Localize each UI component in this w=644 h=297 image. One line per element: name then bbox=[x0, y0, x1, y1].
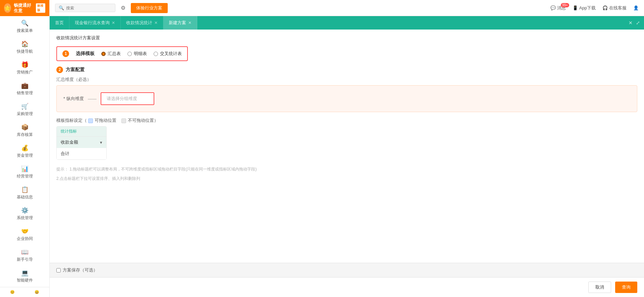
sidebar-item-search-menu[interactable]: 🔍 搜索菜单 bbox=[0, 16, 49, 37]
sidebar-item-label: 资金管理 bbox=[17, 153, 33, 158]
trial-button[interactable]: 体验行业方案 bbox=[131, 3, 168, 13]
sidebar-item-guide[interactable]: 📖 新手引导 bbox=[0, 245, 49, 266]
sidebar-item-purchase[interactable]: 🛒 采购管理 bbox=[0, 99, 49, 120]
cooperation-icon: 🤝 bbox=[21, 228, 29, 235]
radio-detail-input[interactable] bbox=[127, 52, 132, 56]
tab-bank-flow-close[interactable]: ✕ bbox=[112, 20, 115, 25]
radio-summary[interactable]: 汇总表 bbox=[101, 51, 121, 57]
finance-icon: 💰 bbox=[21, 144, 29, 152]
search-input[interactable] bbox=[66, 6, 106, 10]
sidebar-item-sales[interactable]: 💼 销售管理 bbox=[0, 79, 49, 99]
tab-receipt-stat[interactable]: 收款情况统计 ✕ bbox=[121, 16, 163, 30]
sidebar-item-operation[interactable]: 📊 经营管理 bbox=[0, 162, 49, 183]
radio-summary-input[interactable] bbox=[101, 52, 106, 56]
tab-receipt-stat-close[interactable]: ✕ bbox=[154, 20, 158, 25]
metrics-item[interactable]: 收款金额 ▾ bbox=[57, 137, 106, 148]
main-content: 🔍 ⚙ 体验行业方案 💬 消息 99+ 📱 App下载 🎧 在线客服 👤 bbox=[50, 0, 644, 297]
query-button[interactable]: 查询 bbox=[615, 282, 637, 293]
metrics-header: 统计指标 bbox=[57, 127, 106, 137]
chevron-down-icon[interactable]: ▾ bbox=[100, 140, 102, 145]
header-right: 💬 消息 99+ 📱 App下载 🎧 在线客服 👤 bbox=[550, 5, 639, 11]
sidebar-avatar2[interactable]: 😀 bbox=[35, 290, 39, 294]
save-checkbox-label[interactable]: 方案保存（可选） bbox=[56, 267, 98, 273]
message-button[interactable]: 💬 消息 99+ bbox=[550, 5, 566, 11]
settings-icon[interactable]: ⚙ bbox=[121, 5, 125, 11]
sidebar-item-cooperation[interactable]: 🤝 企业协同 bbox=[0, 224, 49, 245]
dimension-area: * 纵向维度 —— 请选择分组维度 bbox=[56, 85, 637, 112]
search-menu-icon: 🔍 bbox=[21, 19, 29, 27]
app-download-button[interactable]: 📱 App下载 bbox=[573, 5, 596, 11]
metrics-total-row: 合计 bbox=[57, 148, 106, 159]
logo-title: 畅捷通好生意 bbox=[14, 3, 33, 13]
header-search-box[interactable]: 🔍 bbox=[55, 4, 115, 12]
purchase-icon: 🛒 bbox=[21, 103, 29, 110]
tip2: 2.点击标题栏下拉可设置排序、插入列和删除列 bbox=[56, 175, 637, 183]
action-bar: 取消 查询 bbox=[50, 277, 644, 297]
download-label: App下载 bbox=[579, 5, 596, 11]
sidebar-item-label: 快捷导航 bbox=[17, 49, 33, 54]
user-avatar[interactable]: 👤 bbox=[633, 5, 639, 10]
metrics-section: 模板指标设定（ 可拖动位置 不可拖动位置） 统计指标 收款金额 ▾ 合 bbox=[56, 117, 637, 160]
sidebar-avatar1[interactable]: 😊 bbox=[10, 290, 15, 294]
radio-detail[interactable]: 明细表 bbox=[127, 51, 147, 57]
tab-home-label: 首页 bbox=[55, 20, 64, 26]
sidebar-item-inventory[interactable]: 📦 库存核算 bbox=[0, 120, 49, 141]
sidebar-item-label: 基础信息 bbox=[17, 194, 33, 200]
radio-detail-label: 明细表 bbox=[134, 51, 147, 57]
vertical-label: * 纵向维度 bbox=[63, 96, 84, 102]
step1-section: 1 选择模板 汇总表 明细表 交叉统计表 bbox=[56, 46, 637, 61]
sidebar-item-label: 库存核算 bbox=[17, 132, 33, 138]
sidebar-item-label: 新手引导 bbox=[17, 257, 33, 262]
cancel-button[interactable]: 取消 bbox=[588, 282, 611, 293]
tip1: 提示： 1.拖动标题栏可以调整布局，不可跨维度或指标区域拖动栏目字段(只能在同一… bbox=[56, 165, 637, 173]
message-icon: 💬 bbox=[550, 5, 556, 10]
config-subtitle: 汇总维度（必选） bbox=[56, 77, 637, 83]
content-inner: 收款情况统计方案设置 1 选择模板 汇总表 明细表 bbox=[50, 30, 644, 263]
sidebar-bottom: 😊 😀 bbox=[0, 287, 49, 297]
tab-new-plan[interactable]: 新建方案 ✕ bbox=[163, 16, 197, 30]
sidebar-item-label: 采购管理 bbox=[17, 111, 33, 117]
tab-bank-flow-label: 现金银行流水查询 bbox=[75, 20, 110, 26]
sidebar-item-label: 系统管理 bbox=[17, 215, 33, 221]
save-checkbox[interactable] bbox=[56, 268, 61, 273]
sidebar-item-label: 企业协同 bbox=[17, 236, 33, 242]
tab-new-plan-close[interactable]: ✕ bbox=[188, 20, 192, 25]
sidebar-item-basic[interactable]: 📋 基础信息 bbox=[0, 183, 49, 203]
step2-section: 2 方案配置 汇总维度（必选） * 纵向维度 —— 请选择分组维度 bbox=[56, 66, 637, 183]
metrics-item-label: 收款金额 bbox=[61, 139, 78, 145]
step1-label: 选择模板 bbox=[76, 51, 95, 57]
metrics-grid: 统计指标 收款金额 ▾ 合计 bbox=[56, 126, 107, 160]
support-button[interactable]: 🎧 在线客服 bbox=[602, 5, 627, 11]
tab-receipt-stat-label: 收款情况统计 bbox=[126, 20, 152, 26]
non-draggable-icon bbox=[121, 118, 126, 123]
sales-icon: 💼 bbox=[21, 82, 29, 89]
marketing-icon: 🎁 bbox=[21, 61, 29, 68]
footer: 方案保存（可选） bbox=[50, 263, 644, 277]
radio-cross[interactable]: 交叉统计表 bbox=[154, 51, 182, 57]
inventory-icon: 📦 bbox=[21, 123, 29, 131]
system-icon: ⚙️ bbox=[21, 207, 29, 214]
tab-maximize-icon[interactable]: ⤢ bbox=[636, 20, 640, 26]
top-header: 🔍 ⚙ 体验行业方案 💬 消息 99+ 📱 App下载 🎧 在线客服 👤 bbox=[50, 0, 644, 16]
sidebar-item-finance[interactable]: 💰 资金管理 bbox=[0, 141, 49, 162]
page-title: 收款情况统计方案设置 bbox=[56, 35, 637, 41]
download-icon: 📱 bbox=[573, 5, 578, 10]
sidebar-item-system[interactable]: ⚙️ 系统管理 bbox=[0, 203, 49, 224]
arrow-icon: —— bbox=[88, 96, 97, 101]
support-label: 在线客服 bbox=[609, 5, 627, 11]
sidebar-item-hardware[interactable]: 💻 智能硬件 bbox=[0, 266, 49, 287]
radio-cross-label: 交叉统计表 bbox=[160, 51, 182, 57]
tab-close-all-icon[interactable]: ✕ bbox=[629, 20, 633, 26]
sidebar-logo: 🌟 畅捷通好生意 标准版 bbox=[0, 0, 49, 16]
dimension-input[interactable]: 请选择分组维度 bbox=[101, 92, 154, 105]
sidebar-item-quick-nav[interactable]: 🏠 快捷导航 bbox=[0, 37, 49, 58]
tab-home[interactable]: 首页 bbox=[50, 16, 69, 30]
hardware-icon: 💻 bbox=[21, 269, 29, 277]
step2-badge: 2 bbox=[56, 66, 63, 73]
sidebar-item-marketing[interactable]: 🎁 营销推广 bbox=[0, 58, 49, 79]
radio-cross-input[interactable] bbox=[154, 52, 158, 56]
step1-badge: 1 bbox=[62, 50, 69, 57]
logo-icon: 🌟 bbox=[4, 3, 11, 13]
template-select-box: 1 选择模板 汇总表 明细表 交叉统计表 bbox=[56, 46, 188, 61]
tab-bank-flow[interactable]: 现金银行流水查询 ✕ bbox=[69, 16, 121, 30]
